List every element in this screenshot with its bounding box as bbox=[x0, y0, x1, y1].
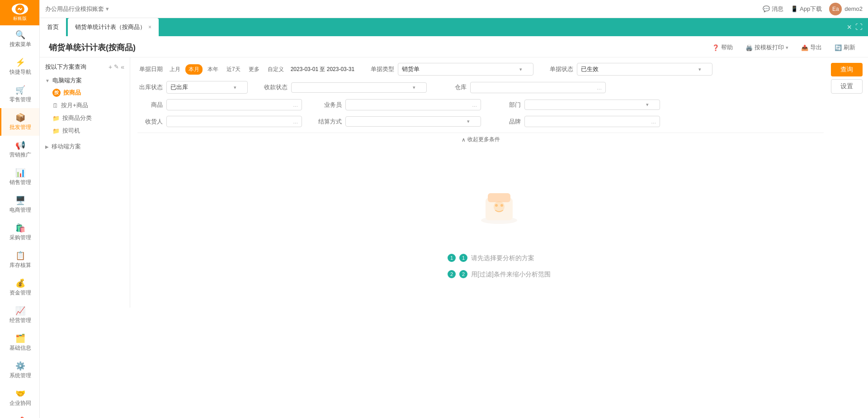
receiver-dots-icon[interactable]: ... bbox=[293, 118, 298, 125]
goods-dots-icon[interactable]: ... bbox=[293, 101, 298, 108]
warehouse-dots-icon[interactable]: ... bbox=[597, 84, 602, 91]
date-btn-this-month[interactable]: 本月 bbox=[185, 64, 203, 75]
filter-brand: 品牌 ... bbox=[495, 116, 660, 127]
doc-type-select[interactable]: 销货单 ▾ bbox=[398, 63, 533, 76]
print-chevron-icon[interactable]: ▾ bbox=[786, 45, 788, 51]
ecommerce-icon: 🖥️ bbox=[15, 195, 25, 205]
sidebar-item-system[interactable]: ⚙️ 系统管理 bbox=[0, 356, 39, 384]
tree-root-mobile-label: 移动端方案 bbox=[52, 142, 81, 151]
filter-row-2: 出库状态 已出库 ▾ 收款状态 ▾ bbox=[137, 81, 824, 94]
brand-dots-icon[interactable]: ... bbox=[651, 118, 656, 125]
brand-label: 品牌 bbox=[495, 118, 521, 126]
collapse-bar[interactable]: ∧ 收起更多条件 bbox=[137, 133, 824, 147]
tree-root-mobile[interactable]: ▶ 移动端方案 bbox=[40, 141, 130, 152]
date-quick-buttons: 上月 本月 本年 近7天 更多 自定义 2023-03-01 至 2023-03… bbox=[166, 64, 354, 75]
refresh-button[interactable]: 🔄 刷新 bbox=[831, 42, 859, 53]
filter-and-action: 单据日期 上月 本月 本年 近7天 更多 自定义 2023-03-01 至 20… bbox=[130, 57, 868, 308]
filter-warehouse: 仓库 ... bbox=[441, 82, 606, 93]
tree-child-by-category[interactable]: 📁 按商品分类 bbox=[40, 112, 130, 124]
sidebar-item-wholesale[interactable]: 📦 批发管理 bbox=[0, 108, 39, 136]
logo-icon bbox=[12, 4, 28, 14]
out-status-select[interactable]: 已出库 ▾ bbox=[166, 81, 248, 94]
finance-icon: 💰 bbox=[15, 278, 25, 288]
sidebar-item-sales[interactable]: 📊 销售管理 bbox=[0, 163, 39, 191]
sidebar-item-operation[interactable]: 📈 经营管理 bbox=[0, 301, 39, 329]
empty-step-2: 2 用[过滤]条件来缩小分析范围 bbox=[448, 268, 551, 280]
export-icon: 📤 bbox=[801, 44, 808, 51]
sidebar-item-enterprise[interactable]: 🤝 企业协同 bbox=[0, 384, 39, 412]
sidebar-item-retail[interactable]: 🛒 零售管理 bbox=[0, 81, 39, 108]
date-btn-custom[interactable]: 自定义 bbox=[264, 64, 287, 75]
sidebar-item-purchase[interactable]: 🛍️ 采购管理 bbox=[0, 218, 39, 246]
wholesale-icon: 📦 bbox=[15, 113, 25, 123]
tab-active[interactable]: 销货单统计计表（按商品） × bbox=[68, 18, 159, 36]
filter-top: 单据日期 上月 本月 本年 近7天 更多 自定义 2023-03-01 至 20… bbox=[130, 57, 868, 152]
filter-out-status: 出库状态 已出库 ▾ bbox=[137, 81, 248, 94]
warehouse-label: 仓库 bbox=[441, 83, 467, 91]
pay-status-select[interactable]: ▾ bbox=[291, 82, 427, 93]
marketing-icon: 📢 bbox=[15, 140, 25, 150]
date-btn-7days[interactable]: 近7天 bbox=[223, 64, 244, 75]
maximize-window-icon[interactable]: ⛶ bbox=[855, 23, 863, 31]
date-btn-more[interactable]: 更多 bbox=[245, 64, 263, 75]
active-tab-label: 销货单统计计表（按商品） bbox=[75, 23, 146, 31]
query-button[interactable]: 查询 bbox=[831, 63, 863, 76]
close-window-icon[interactable]: × bbox=[847, 23, 852, 32]
filter-receiver: 收货人 ... bbox=[137, 116, 302, 127]
topbar-right: 💬 消息 📱 App下载 Ea demo2 bbox=[763, 3, 863, 15]
department-select[interactable]: ▾ bbox=[524, 100, 660, 110]
edit-scheme-button[interactable]: ✎ bbox=[114, 63, 119, 71]
user-profile[interactable]: Ea demo2 bbox=[829, 3, 863, 15]
by-category-label: 按商品分类 bbox=[62, 114, 92, 122]
sidebar-item-basic[interactable]: 🗂️ 基础信息 bbox=[0, 329, 39, 356]
set-button[interactable]: 设置 bbox=[831, 79, 863, 94]
app-download-button[interactable]: 📱 App下载 bbox=[791, 5, 822, 13]
print-icon: 🖨️ bbox=[745, 44, 753, 51]
goods-input[interactable]: ... bbox=[166, 99, 302, 110]
filter-doc-status: 单据状态 已生效 ▾ bbox=[548, 63, 712, 76]
by-cashier-label: 按司机 bbox=[62, 127, 80, 135]
sidebar-item-marketing[interactable]: 📢 营销推广 bbox=[0, 136, 39, 163]
search-icon: 🔍 bbox=[15, 30, 25, 40]
app-chevron-icon[interactable]: ▾ bbox=[106, 5, 109, 12]
sidebar-item-guide[interactable]: 📌 新手引导 bbox=[0, 412, 39, 418]
department-label: 部门 bbox=[495, 101, 521, 109]
tree-child-by-month-goods[interactable]: 🗓 按月+商品 bbox=[40, 99, 130, 112]
salesperson-input[interactable]: ... bbox=[345, 99, 481, 110]
settle-select[interactable]: ▾ bbox=[345, 116, 481, 127]
salesperson-dots-icon[interactable]: ... bbox=[472, 101, 477, 108]
tab-close-icon[interactable]: × bbox=[148, 24, 151, 30]
main-body: 按以下方案查询 + ✎ « ▼ 电脑端方案 按 按商品 bbox=[40, 57, 868, 308]
settle-chevron-icon: ▾ bbox=[467, 119, 470, 124]
sidebar-item-search-menu[interactable]: 🔍 搜索菜单 bbox=[0, 25, 39, 53]
add-scheme-button[interactable]: + bbox=[108, 63, 112, 71]
goods-label: 商品 bbox=[137, 101, 163, 109]
warehouse-input[interactable]: ... bbox=[470, 82, 606, 93]
date-btn-last-month[interactable]: 上月 bbox=[166, 64, 184, 75]
tree-child-by-goods[interactable]: 按 按商品 bbox=[40, 86, 130, 99]
sidebar-item-ecommerce[interactable]: 🖥️ 电商管理 bbox=[0, 191, 39, 218]
sidebar-item-inventory[interactable]: 📋 库存核算 bbox=[0, 246, 39, 274]
tree-arrow-icon: ▼ bbox=[45, 78, 50, 83]
help-button[interactable]: ❓ 帮助 bbox=[708, 42, 736, 53]
date-btn-this-year[interactable]: 本年 bbox=[204, 64, 222, 75]
tree-root-pc[interactable]: ▼ 电脑端方案 bbox=[40, 75, 130, 86]
tree-child-by-cashier[interactable]: 📁 按司机 bbox=[40, 124, 130, 137]
sidebar-item-quick-nav[interactable]: ⚡ 快捷导航 bbox=[0, 53, 39, 81]
collapse-panel-button[interactable]: « bbox=[121, 63, 124, 71]
quick-nav-icon: ⚡ bbox=[15, 57, 25, 67]
brand-input[interactable]: ... bbox=[524, 116, 660, 127]
message-button[interactable]: 💬 消息 bbox=[763, 5, 783, 13]
home-tab-label: 首页 bbox=[47, 23, 59, 31]
empty-step-1: 1 请先选择要分析的方案 bbox=[448, 252, 551, 264]
doc-status-select[interactable]: 已生效 ▾ bbox=[577, 63, 712, 76]
tree-mobile-arrow-icon: ▶ bbox=[45, 144, 49, 149]
export-button[interactable]: 📤 导出 bbox=[797, 42, 826, 53]
pay-status-label: 收款状态 bbox=[262, 83, 288, 91]
receiver-input[interactable]: ... bbox=[166, 116, 302, 127]
doc-status-chevron-icon: ▾ bbox=[698, 66, 701, 72]
panel-header-label: 按以下方案查询 bbox=[45, 63, 86, 71]
sidebar-item-finance[interactable]: 💰 资金管理 bbox=[0, 274, 39, 301]
tab-home[interactable]: 首页 bbox=[40, 18, 66, 36]
print-button[interactable]: 🖨️ 按模板打印 ▾ bbox=[742, 42, 792, 53]
